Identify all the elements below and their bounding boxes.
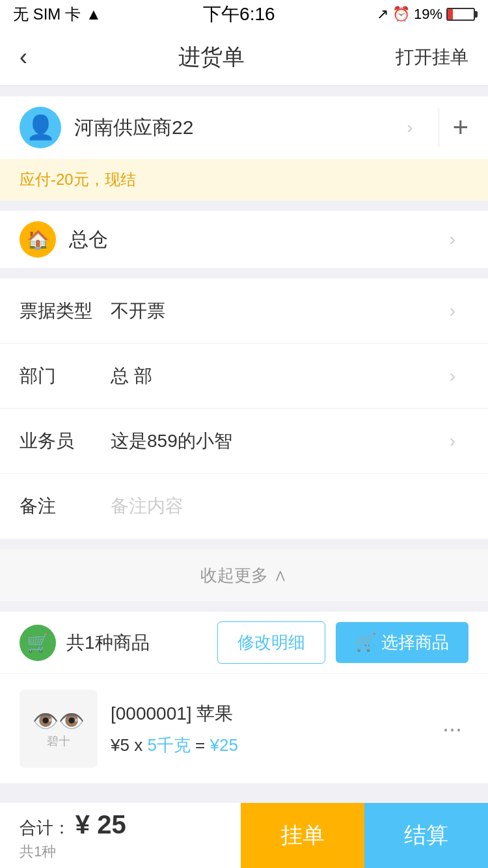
product-header: 🛒 共1种商品 修改明细 🛒 选择商品 (0, 612, 488, 674)
dept-chevron-icon: › (450, 366, 455, 387)
status-carrier: 无 SIM 卡 ▲ (13, 4, 102, 25)
warehouse-row[interactable]: 🏠 总仓 › (0, 211, 488, 268)
dept-value: 总 部 (111, 364, 450, 388)
back-button[interactable]: ‹ (20, 44, 27, 71)
vertical-divider (439, 108, 439, 147)
edit-detail-button[interactable]: 修改明细 (217, 621, 325, 664)
bottom-bar: 合计： ¥ 25 共1种 挂单 结算 (0, 803, 488, 868)
total-amount: ¥ 25 (75, 810, 126, 839)
remark-input[interactable]: 备注内容 (111, 494, 468, 519)
total-price: ¥25 (210, 735, 237, 755)
battery-icon (446, 8, 475, 21)
cart-icon: 🛒 (27, 632, 49, 653)
nav-bar: ‹ 进货单 打开挂单 (0, 29, 488, 86)
supplier-name: 河南供应商22 (74, 115, 407, 141)
total-label: 合计： (20, 818, 70, 837)
product-icon: 🛒 (20, 625, 56, 661)
product-details: [0000001] 苹果 ¥5 x 5千克 = ¥25 (111, 701, 436, 757)
select-product-button[interactable]: 🛒 选择商品 (336, 622, 468, 663)
remark-row[interactable]: 备注 备注内容 (0, 474, 488, 539)
page-title: 进货单 (178, 42, 245, 72)
user-icon: 👤 (26, 114, 55, 141)
form-section: 票据类型 不开票 › 部门 总 部 › 业务员 这是859的小智 › 备注 备注… (0, 278, 488, 539)
supplier-row[interactable]: 👤 河南供应商22 › + (0, 96, 488, 159)
dept-row[interactable]: 部门 总 部 › (0, 344, 488, 409)
sales-value: 这是859的小智 (111, 429, 450, 454)
warehouse-section[interactable]: 🏠 总仓 › (0, 211, 488, 268)
total-sub: 共1种 (20, 842, 221, 861)
supplier-notice: 应付-20元，现结 (0, 159, 488, 200)
location-icon: ↗ (377, 6, 388, 23)
alarm-icon: ⏰ (392, 6, 410, 23)
remark-label: 备注 (20, 494, 111, 519)
brand-watermark: 碧十 (47, 733, 70, 749)
invoice-row[interactable]: 票据类型 不开票 › (0, 278, 488, 344)
warehouse-name: 总仓 (69, 226, 450, 253)
warehouse-icon: 🏠 (20, 221, 56, 258)
unit-price: ¥5 x (111, 735, 147, 755)
open-pending-button[interactable]: 打开挂单 (396, 45, 468, 70)
supplier-section: 👤 河南供应商22 › + 应付-20元，现结 (0, 96, 488, 200)
invoice-value: 不开票 (111, 299, 450, 323)
owl-icon: 👁️👁️ (33, 709, 85, 733)
status-time: 下午6:16 (203, 2, 275, 27)
total-area: 合计： ¥ 25 共1种 (0, 810, 241, 861)
sales-row[interactable]: 业务员 这是859的小智 › (0, 409, 488, 474)
select-product-label: 选择商品 (381, 631, 449, 654)
settle-button[interactable]: 结算 (364, 803, 488, 868)
invoice-label: 票据类型 (20, 299, 111, 323)
product-count: 共1种商品 (66, 631, 217, 655)
sales-chevron-icon: › (450, 431, 455, 452)
total-row: 合计： ¥ 25 (20, 810, 221, 839)
add-supplier-button[interactable]: + (452, 112, 468, 143)
product-thumbnail: 👁️👁️ 碧十 (20, 690, 98, 768)
supplier-chevron-icon: › (407, 117, 413, 138)
product-item: 👁️👁️ 碧十 [0000001] 苹果 ¥5 x 5千克 = ¥25 ··· (0, 674, 488, 783)
home-icon: 🏠 (27, 229, 49, 251)
battery-percent: 19% (414, 6, 442, 23)
product-name: [0000001] 苹果 (111, 701, 436, 726)
collapse-bar[interactable]: 收起更多 ∧ (0, 549, 488, 601)
quantity: 5千克 (147, 735, 190, 755)
product-code: [0000001] (111, 703, 197, 724)
product-price-row: ¥5 x 5千克 = ¥25 (111, 734, 436, 757)
status-bar: 无 SIM 卡 ▲ 下午6:16 ↗ ⏰ 19% (0, 0, 488, 29)
invoice-chevron-icon: › (450, 301, 455, 321)
main-content: 👤 河南供应商22 › + 应付-20元，现结 🏠 总仓 › 票据类型 不开票 … (0, 96, 488, 861)
wifi-icon: ▲ (86, 5, 102, 23)
status-icons: ↗ ⏰ 19% (377, 6, 475, 23)
supplier-avatar: 👤 (20, 107, 61, 148)
pending-button[interactable]: 挂单 (241, 803, 364, 868)
equals-sign: = (191, 735, 210, 755)
product-title: 苹果 (197, 703, 233, 724)
dept-label: 部门 (20, 364, 111, 388)
carrier-text: 无 SIM 卡 (13, 4, 81, 25)
product-more-button[interactable]: ··· (436, 715, 468, 742)
collapse-label: 收起更多 ∧ (200, 564, 287, 587)
sales-label: 业务员 (20, 429, 111, 454)
warehouse-chevron-icon: › (450, 229, 455, 250)
product-section: 🛒 共1种商品 修改明细 🛒 选择商品 👁️👁️ 碧十 [0000001] 苹果 (0, 612, 488, 783)
select-icon: 🛒 (355, 632, 376, 653)
